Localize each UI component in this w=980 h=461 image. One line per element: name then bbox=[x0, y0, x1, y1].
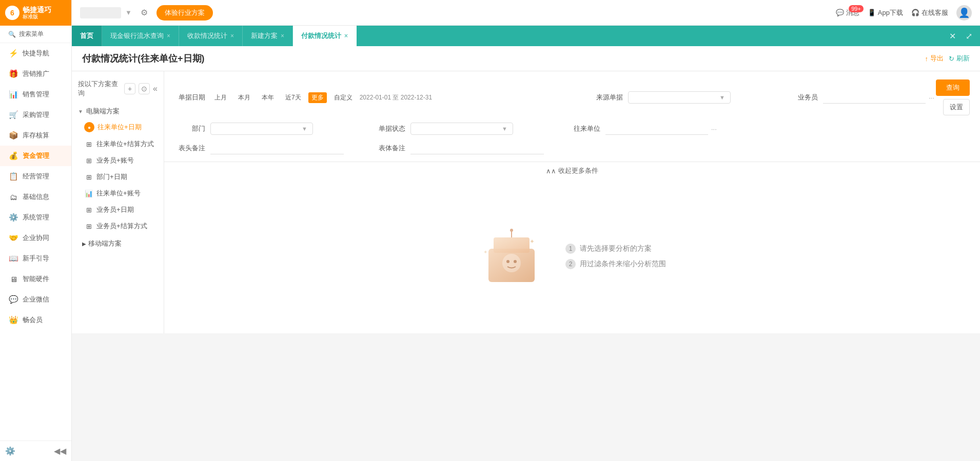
date-btn-cur-year[interactable]: 本年 bbox=[258, 92, 278, 104]
vip-icon: 👑 bbox=[8, 315, 18, 325]
dept-select[interactable]: ▼ bbox=[210, 123, 313, 135]
tab-bar: 首页 现金银行流水查询 × 收款情况统计 × 新建方案 × 付款情况统计 × ✕… bbox=[72, 26, 980, 46]
user-avatar[interactable]: 👤 bbox=[956, 5, 972, 21]
desktop-group-header[interactable]: ▼ 电脑端方案 bbox=[72, 104, 164, 118]
date-btn-cur-month[interactable]: 本月 bbox=[234, 92, 254, 104]
sidebar-item-enterprise[interactable]: 🤝 企业协同 bbox=[0, 228, 71, 248]
purchase-icon: 🛒 bbox=[8, 110, 18, 120]
tab-close-all-btn[interactable]: ✕ bbox=[946, 30, 958, 42]
messages-btn[interactable]: 💬 消息 99+ bbox=[836, 8, 859, 17]
scheme-item-5[interactable]: ⊞ 业务员+日期 bbox=[72, 202, 164, 218]
topbar-right: 💬 消息 99+ 📱 App下载 🎧 在线客服 👤 bbox=[836, 5, 972, 21]
collapse-conditions-btn[interactable]: ∧∧ 收起更多条件 bbox=[164, 162, 980, 179]
source-dropdown-icon: ▼ bbox=[719, 94, 725, 101]
sidebar-item-operations[interactable]: 📋 经营管理 bbox=[0, 166, 71, 187]
sidebar-item-smart-hw[interactable]: 🖥 智能硬件 bbox=[0, 269, 71, 289]
tab-bank-flow-close[interactable]: × bbox=[167, 32, 170, 39]
nav-label: 营销推广 bbox=[23, 69, 49, 78]
refresh-icon: ↻ bbox=[949, 55, 954, 63]
page-title: 付款情况统计(往来单位+日期) bbox=[82, 52, 205, 65]
online-service-label: 在线客服 bbox=[922, 8, 948, 17]
scheme-item-4[interactable]: 📊 往来单位+账号 bbox=[72, 185, 164, 202]
date-btn-more[interactable]: 更多 bbox=[308, 92, 327, 103]
sidebar-item-vip[interactable]: 👑 畅会员 bbox=[0, 310, 71, 330]
date-btn-prev-month[interactable]: 上月 bbox=[210, 92, 231, 104]
online-service-btn[interactable]: 🎧 在线客服 bbox=[911, 8, 948, 17]
sidebar-item-sales[interactable]: 📊 销售管理 bbox=[0, 84, 71, 105]
query-button[interactable]: 查询 bbox=[936, 79, 970, 96]
scheme-item-label: 往来单位+账号 bbox=[96, 189, 141, 198]
date-btn-custom[interactable]: 自定义 bbox=[330, 92, 357, 104]
collapse-sidebar-icon[interactable]: ◀◀ bbox=[54, 446, 66, 456]
sidebar-item-finance[interactable]: 💰 资金管理 bbox=[0, 146, 71, 166]
group-name: 电脑端方案 bbox=[86, 107, 120, 116]
refresh-label: 刷新 bbox=[956, 54, 970, 63]
tab-new-plan[interactable]: 新建方案 × bbox=[243, 26, 293, 46]
tab-payment-stats[interactable]: 付款情况统计 × bbox=[293, 26, 357, 46]
header-note-label: 表头备注 bbox=[174, 144, 205, 153]
tab-receipt-stats[interactable]: 收款情况统计 × bbox=[179, 26, 243, 46]
sidebar-item-wechat[interactable]: 💬 企业微信 bbox=[0, 289, 71, 310]
filter-settings-btn[interactable]: 设置 bbox=[943, 99, 970, 115]
inventory-icon: 📦 bbox=[8, 130, 18, 141]
salesperson-input[interactable] bbox=[823, 91, 926, 104]
export-button[interactable]: ↑ 导出 bbox=[925, 54, 944, 63]
refresh-button[interactable]: ↻ 刷新 bbox=[949, 54, 970, 63]
tab-home[interactable]: 首页 bbox=[72, 26, 102, 46]
nav-label: 企业微信 bbox=[23, 295, 49, 304]
sidebar-item-marketing[interactable]: 🎁 营销推广 bbox=[0, 64, 71, 84]
header-note-input[interactable] bbox=[210, 142, 344, 154]
voucher-status-filter: ▼ bbox=[410, 123, 554, 135]
tab-bank-flow[interactable]: 现金银行流水查询 × bbox=[102, 26, 179, 46]
scheme-item-3[interactable]: ⊞ 部门+日期 bbox=[72, 169, 164, 185]
nav-label: 新手引导 bbox=[23, 254, 49, 263]
finance-icon: 💰 bbox=[8, 151, 18, 161]
wechat-icon: 💬 bbox=[8, 294, 18, 305]
add-scheme-btn[interactable]: + bbox=[124, 83, 135, 94]
body-note-input[interactable] bbox=[410, 142, 544, 154]
date-btn-7days[interactable]: 近7天 bbox=[281, 92, 305, 104]
tab-receipt-stats-close[interactable]: × bbox=[230, 32, 234, 39]
scheme-collapse-btn[interactable]: « bbox=[153, 84, 158, 93]
sidebar-item-basic-info[interactable]: 🗂 基础信息 bbox=[0, 187, 71, 207]
scheme-item-1[interactable]: ⊞ 往来单位+结算方式 bbox=[72, 136, 164, 152]
sidebar-item-quick-nav[interactable]: ⚡ 快捷导航 bbox=[0, 43, 71, 64]
app-download-btn[interactable]: 📱 App下载 bbox=[868, 8, 903, 17]
svg-text:✦: ✦ bbox=[530, 238, 535, 245]
sidebar-item-guide[interactable]: 📖 新手引导 bbox=[0, 248, 71, 269]
message-icon: 💬 bbox=[836, 9, 844, 16]
sidebar-item-system[interactable]: ⚙️ 系统管理 bbox=[0, 207, 71, 228]
download-icon: 📱 bbox=[868, 9, 876, 16]
hint-1: 1 请先选择要分析的方案 bbox=[565, 244, 666, 254]
topbar: ▼ ⚙ 体验行业方案 💬 消息 99+ 📱 App下载 🎧 在线客服 👤 bbox=[72, 0, 980, 26]
scheme-item-label: 业务员+账号 bbox=[96, 156, 134, 165]
sidebar-item-inventory[interactable]: 📦 库存核算 bbox=[0, 125, 71, 146]
tab-receipt-stats-label: 收款情况统计 bbox=[187, 31, 227, 41]
search-menu[interactable]: 🔍 搜索菜单 bbox=[0, 26, 71, 43]
settings-footer-icon[interactable]: ⚙️ bbox=[5, 446, 15, 456]
source-select[interactable]: ▼ bbox=[628, 91, 731, 104]
topbar-settings-btn[interactable]: ⚙ bbox=[137, 6, 151, 20]
sidebar-item-purchase[interactable]: 🛒 采购管理 bbox=[0, 105, 71, 125]
counterpart-more-icon[interactable]: ··· bbox=[711, 125, 717, 133]
filter-row-3: 表头备注 表体备注 bbox=[174, 142, 970, 154]
tab-expand-btn[interactable]: ⤢ bbox=[963, 30, 975, 42]
scheme-item-0[interactable]: ● 往来单位+日期 bbox=[72, 118, 164, 136]
logo-icon: 6 bbox=[5, 6, 19, 20]
tab-payment-stats-close[interactable]: × bbox=[344, 32, 348, 39]
scheme-settings-btn[interactable]: ⊙ bbox=[139, 83, 150, 94]
counterpart-input[interactable] bbox=[605, 123, 708, 135]
query-btn-area: 查询 设置 bbox=[936, 79, 970, 115]
company-dropdown-icon[interactable]: ▼ bbox=[125, 9, 132, 16]
page-content: 付款情况统计(往来单位+日期) ↑ 导出 ↻ 刷新 按以下方案查询 + bbox=[72, 46, 980, 461]
scheme-item-2[interactable]: ⊞ 业务员+账号 bbox=[72, 152, 164, 169]
scheme-item-6[interactable]: ⊞ 业务员+结算方式 bbox=[72, 218, 164, 234]
tab-new-plan-close[interactable]: × bbox=[281, 32, 284, 39]
quick-nav-icon: ⚡ bbox=[8, 48, 18, 58]
trial-button[interactable]: 体验行业方案 bbox=[156, 5, 213, 21]
mobile-group-arrow: ▶ bbox=[82, 241, 86, 247]
salesperson-more-icon[interactable]: ··· bbox=[929, 94, 934, 102]
tab-home-label: 首页 bbox=[80, 31, 93, 41]
voucher-status-select[interactable]: ▼ bbox=[410, 123, 513, 135]
mobile-group-header[interactable]: ▶ 移动端方案 bbox=[72, 236, 164, 251]
